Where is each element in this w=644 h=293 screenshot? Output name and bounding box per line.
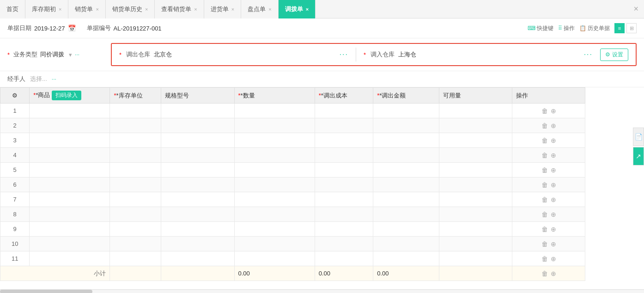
delete-icon[interactable]: 🗑 bbox=[541, 255, 548, 262]
row-amount[interactable] bbox=[373, 192, 439, 207]
row-product[interactable] bbox=[30, 133, 110, 148]
bottom-scrollbar[interactable] bbox=[0, 289, 644, 293]
row-qty[interactable] bbox=[234, 163, 315, 177]
row-unit[interactable] bbox=[110, 222, 161, 237]
settings-button[interactable]: ⚙ 设置 bbox=[600, 49, 628, 61]
tab-transfer-close[interactable]: × bbox=[306, 6, 309, 12]
row-qty[interactable] bbox=[234, 207, 315, 222]
person-input[interactable]: 选择... bbox=[30, 75, 47, 83]
business-type-more[interactable]: ··· bbox=[75, 51, 79, 58]
row-avail[interactable] bbox=[439, 207, 512, 222]
delete-icon[interactable]: 🗑 bbox=[541, 196, 548, 203]
row-amount[interactable] bbox=[373, 222, 439, 237]
row-cost[interactable] bbox=[315, 104, 373, 118]
row-spec[interactable] bbox=[161, 133, 234, 148]
tab-transfer[interactable]: 调拨单 × bbox=[279, 0, 316, 18]
row-qty[interactable] bbox=[234, 192, 315, 207]
tab-sales-history[interactable]: 销货单历史 × bbox=[106, 0, 155, 18]
row-amount[interactable] bbox=[373, 237, 439, 251]
row-cost[interactable] bbox=[315, 148, 373, 163]
row-product[interactable] bbox=[30, 148, 110, 163]
row-avail[interactable] bbox=[439, 222, 512, 237]
subtotal-delete-icon[interactable]: 🗑 bbox=[541, 270, 548, 277]
row-unit[interactable] bbox=[110, 192, 161, 207]
history-button[interactable]: 📋 历史单据 bbox=[579, 24, 610, 32]
row-product[interactable] bbox=[30, 192, 110, 207]
copy-icon[interactable]: ⊕ bbox=[551, 240, 556, 248]
row-cost[interactable] bbox=[315, 222, 373, 237]
row-cost[interactable] bbox=[315, 133, 373, 148]
row-amount[interactable] bbox=[373, 251, 439, 266]
scroll-thumb[interactable] bbox=[0, 290, 92, 293]
row-cost[interactable] bbox=[315, 192, 373, 207]
row-unit[interactable] bbox=[110, 118, 161, 133]
row-avail[interactable] bbox=[439, 237, 512, 251]
row-avail[interactable] bbox=[439, 251, 512, 266]
copy-icon[interactable]: ⊕ bbox=[551, 211, 556, 218]
row-spec[interactable] bbox=[161, 104, 234, 118]
row-unit[interactable] bbox=[110, 237, 161, 251]
tab-view-sales-close[interactable]: × bbox=[194, 6, 197, 12]
tab-purchase-order-close[interactable]: × bbox=[231, 6, 234, 12]
tab-inventory-count-close[interactable]: × bbox=[268, 6, 271, 12]
warehouse-out-value[interactable]: 北京仓 bbox=[154, 50, 336, 59]
copy-icon[interactable]: ⊕ bbox=[551, 122, 556, 129]
operation-button[interactable]: ⠿ 操作 bbox=[558, 24, 575, 32]
delete-icon[interactable]: 🗑 bbox=[541, 152, 548, 159]
layout-grid-button[interactable]: ⊞ bbox=[626, 23, 637, 33]
col-settings[interactable]: ⚙ bbox=[0, 88, 30, 104]
tab-close-all-button[interactable]: × bbox=[628, 0, 644, 18]
business-type-arrow[interactable]: ▾ bbox=[69, 51, 72, 58]
row-product[interactable] bbox=[30, 207, 110, 222]
copy-icon[interactable]: ⊕ bbox=[551, 181, 556, 189]
delete-icon[interactable]: 🗑 bbox=[541, 166, 548, 174]
scan-button[interactable]: 扫码录入 bbox=[52, 91, 81, 100]
tab-home[interactable]: 首页 bbox=[0, 0, 25, 18]
row-qty[interactable] bbox=[234, 222, 315, 237]
row-qty[interactable] bbox=[234, 118, 315, 133]
row-qty[interactable] bbox=[234, 104, 315, 118]
tab-purchase-order[interactable]: 进货单 × bbox=[204, 0, 241, 18]
row-spec[interactable] bbox=[161, 237, 234, 251]
row-avail[interactable] bbox=[439, 148, 512, 163]
row-spec[interactable] bbox=[161, 251, 234, 266]
row-cost[interactable] bbox=[315, 177, 373, 192]
row-unit[interactable] bbox=[110, 104, 161, 118]
calendar-icon[interactable]: 📅 bbox=[68, 24, 76, 32]
row-avail[interactable] bbox=[439, 118, 512, 133]
row-cost[interactable] bbox=[315, 251, 373, 266]
delete-icon[interactable]: 🗑 bbox=[541, 122, 548, 129]
tab-inventory-init[interactable]: 库存期初 × bbox=[25, 0, 68, 18]
row-amount[interactable] bbox=[373, 133, 439, 148]
delete-icon[interactable]: 🗑 bbox=[541, 181, 548, 189]
row-amount[interactable] bbox=[373, 177, 439, 192]
row-amount[interactable] bbox=[373, 104, 439, 118]
copy-icon[interactable]: ⊕ bbox=[551, 166, 556, 174]
tab-view-sales[interactable]: 查看销货单 × bbox=[155, 0, 204, 18]
row-amount[interactable] bbox=[373, 207, 439, 222]
delete-icon[interactable]: 🗑 bbox=[541, 240, 548, 248]
row-qty[interactable] bbox=[234, 237, 315, 251]
row-product[interactable] bbox=[30, 177, 110, 192]
tab-sales-order-close[interactable]: × bbox=[96, 6, 98, 12]
row-unit[interactable] bbox=[110, 148, 161, 163]
copy-icon[interactable]: ⊕ bbox=[551, 137, 556, 144]
row-qty[interactable] bbox=[234, 148, 315, 163]
row-qty[interactable] bbox=[234, 133, 315, 148]
row-spec[interactable] bbox=[161, 163, 234, 177]
row-product[interactable] bbox=[30, 237, 110, 251]
delete-icon[interactable]: 🗑 bbox=[541, 137, 548, 144]
row-cost[interactable] bbox=[315, 163, 373, 177]
copy-icon[interactable]: ⊕ bbox=[551, 152, 556, 159]
row-unit[interactable] bbox=[110, 133, 161, 148]
row-cost[interactable] bbox=[315, 237, 373, 251]
warehouse-out-more[interactable]: ··· bbox=[340, 50, 348, 59]
row-spec[interactable] bbox=[161, 222, 234, 237]
tab-inventory-init-close[interactable]: × bbox=[59, 6, 61, 12]
row-avail[interactable] bbox=[439, 192, 512, 207]
row-spec[interactable] bbox=[161, 207, 234, 222]
right-float-export-button[interactable]: ↗ bbox=[633, 147, 644, 165]
row-qty[interactable] bbox=[234, 177, 315, 192]
row-cost[interactable] bbox=[315, 207, 373, 222]
copy-icon[interactable]: ⊕ bbox=[551, 107, 556, 115]
